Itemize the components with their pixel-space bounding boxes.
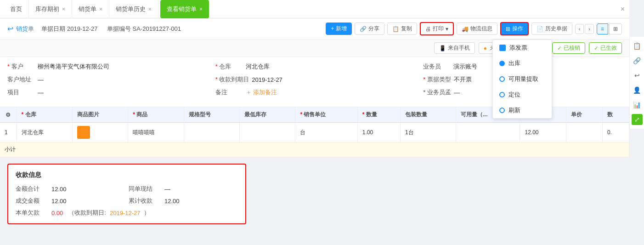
staff-value: 演示账号 — [453, 63, 477, 71]
col-other: 数 — [602, 107, 629, 123]
col-warehouse: 仓库 — [17, 107, 72, 123]
total-amount-row: 金额合计 12.00 — [16, 185, 125, 193]
out-stock-item[interactable]: 出库 — [493, 56, 552, 71]
deal-amount-label: 成交金额 — [16, 197, 48, 205]
product-image — [77, 126, 90, 139]
refresh-item[interactable]: 刷新 — [493, 103, 552, 118]
share-button[interactable]: 🔗 分享 — [355, 23, 384, 35]
new-button[interactable]: + 新增 — [326, 23, 351, 35]
tab-home-label: 首页 — [10, 5, 22, 13]
tab-inventory-init-close[interactable]: × — [62, 6, 65, 12]
sidebar-icon-1[interactable]: 📋 — [632, 40, 643, 51]
copy-button[interactable]: 📋 复制 — [387, 23, 417, 35]
total-amount-value: 12.00 — [51, 186, 67, 193]
tab-sales-history-close[interactable]: × — [148, 6, 152, 12]
cancelled-icon: ✓ — [557, 45, 562, 51]
share-icon: 🔗 — [360, 26, 367, 32]
doc-header: ↩ 销货单 单据日期 2019-12-27 单据编号 SA-20191227-0… — [0, 18, 629, 40]
truck-icon: 🚚 — [462, 26, 469, 32]
row-unit: 台 — [295, 123, 357, 142]
right-sidebar: 📋 🔗 ↩ 👤 📊 ⤢ — [629, 37, 644, 129]
row-spec — [184, 123, 239, 142]
table-row: 1 河北仓库 嘻嘻嘻嘻 台 1.00 1台 12.00 0. — [0, 123, 629, 142]
staff-label: 业务员 — [423, 63, 451, 71]
tab-home[interactable]: 首页 — [4, 0, 29, 18]
col-product: 商品 — [128, 107, 184, 123]
available-qty-icon — [499, 76, 505, 82]
sidebar-icon-2[interactable]: 🔗 — [632, 55, 643, 66]
tab-view-sales-label: 查看销货单 — [167, 5, 197, 13]
arrears-label: 本单欠款 — [16, 209, 48, 217]
cumulative-label: 累计收款 — [129, 197, 161, 205]
doc-date-value: 2019-12-27 — [67, 25, 98, 32]
tab-bar-close-button[interactable]: × — [621, 5, 625, 13]
cumulative-row: 累计收款 12.00 — [129, 197, 238, 205]
project-label: 项目 — [7, 88, 35, 97]
doc-no-field: 单据编号 SA-20191227-001 — [107, 25, 181, 33]
due-date-value: 2019-12-27 — [252, 76, 282, 83]
tab-sales-order-close[interactable]: × — [99, 6, 102, 12]
sidebar-icon-3[interactable]: ↩ — [632, 70, 643, 81]
row-index: 1 — [0, 123, 17, 142]
arrears-note: （收款到期日: — [68, 209, 106, 217]
salesperson-label: * 业务员孟 — [423, 88, 451, 97]
payment-grid: 金额合计 12.00 同单现结 — 成交金额 12.00 累计收款 12.00 … — [16, 185, 238, 217]
add-note-button[interactable]: ＋ 添加备注 — [246, 88, 277, 97]
tab-sales-history[interactable]: 销货单历史 × — [109, 0, 158, 18]
sidebar-icon-6[interactable]: ⤢ — [632, 114, 643, 125]
warehouse-field: 仓库 河北仓库 — [215, 63, 414, 71]
deal-amount-row: 成交金额 12.00 — [16, 197, 125, 205]
operation-button[interactable]: ⊞ 操作 — [500, 22, 529, 35]
available-qty-item[interactable]: 可用量提取 — [493, 71, 552, 87]
row-min-stock — [240, 123, 295, 142]
nav-arrows: ‹ › — [575, 24, 594, 34]
phone-icon: 📱 — [439, 45, 446, 51]
invoice-value: 不开票 — [454, 75, 472, 84]
col-settings[interactable]: ⚙ — [0, 107, 17, 123]
row-other: 0. — [602, 123, 629, 142]
col-spec: 规格型号 — [184, 107, 239, 123]
customer-value: 柳州粤港平安气体有限公司 — [38, 63, 109, 71]
tab-view-sales-close[interactable]: × — [199, 6, 203, 12]
salesperson-value: — — [454, 89, 460, 96]
history-button[interactable]: 📄 历史单据 — [531, 23, 572, 35]
tab-view-sales[interactable]: 查看销货单 × — [160, 0, 209, 18]
grid-view-button[interactable]: ⊞ — [609, 23, 622, 34]
sidebar-icon-5[interactable]: 📊 — [632, 99, 643, 110]
list-view-button[interactable]: ≡ — [597, 23, 608, 34]
col-product-img: 商品图片 — [72, 107, 128, 123]
locate-icon — [499, 92, 505, 97]
row-warehouse: 河北仓库 — [17, 123, 72, 142]
tab-sales-order[interactable]: 销货单 × — [72, 0, 109, 18]
next-button[interactable]: › — [585, 24, 594, 34]
col-min-stock: 最低库存 — [240, 107, 295, 123]
row-img — [72, 123, 128, 142]
add-note-label: 添加备注 — [253, 88, 277, 97]
from-phone-button[interactable]: 📱 来自手机 — [434, 42, 475, 54]
row-qty: 1.00 — [357, 123, 400, 142]
locate-item[interactable]: 定位 — [493, 87, 552, 103]
prev-button[interactable]: ‹ — [575, 24, 584, 34]
cancelled-button[interactable]: ✓ 已核销 — [552, 42, 585, 54]
print-button[interactable]: 🖨 打印 ▾ — [420, 22, 454, 35]
print-icon: 🖨 — [425, 26, 431, 32]
history-icon: 📄 — [537, 26, 543, 32]
add-invoice-item[interactable]: 添发票 — [493, 40, 552, 56]
available-qty-label: 可用量提取 — [508, 75, 538, 83]
warehouse-label: 仓库 — [215, 63, 243, 71]
doc-date-field: 单据日期 2019-12-27 — [41, 25, 98, 33]
payment-section: 收款信息 金额合计 12.00 同单现结 — 成交金额 12.00 累计收款 1… — [7, 164, 246, 224]
sidebar-icon-4[interactable]: 👤 — [632, 85, 643, 96]
effective-icon: ✓ — [594, 45, 599, 51]
logistics-button[interactable]: 🚚 物流信息 — [457, 23, 497, 35]
doc-date-label: 单据日期 — [41, 25, 65, 33]
tab-inventory-init-label: 库存期初 — [35, 5, 59, 13]
row-available — [456, 123, 520, 142]
effective-button[interactable]: ✓ 已生效 — [589, 42, 622, 54]
due-date-label: 收款到期日 — [215, 75, 249, 84]
tab-inventory-init[interactable]: 库存期初 × — [29, 0, 72, 18]
customer-label: 客户 — [7, 63, 35, 71]
customer-field: 客户 柳州粤港平安气体有限公司 — [7, 63, 206, 71]
arrears-row: 本单欠款 0.00 （收款到期日: 2019-12-27 ） — [16, 209, 238, 217]
out-stock-label: 出库 — [508, 59, 520, 68]
